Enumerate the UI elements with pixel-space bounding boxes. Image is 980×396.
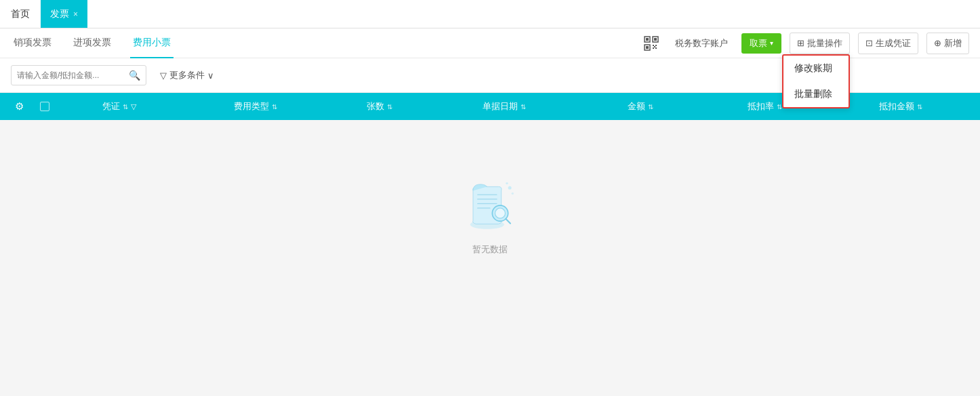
tab-purchase-invoice[interactable]: 进项发票 (70, 28, 114, 58)
th-deduct-rate-label: 抵扣率 (748, 100, 774, 113)
th-check (33, 102, 57, 111)
generate-icon: ⊡ (865, 38, 873, 48)
get-ticket-arrow: ▾ (770, 39, 773, 47)
filter-label: 更多条件 (169, 69, 205, 81)
svg-rect-8 (653, 47, 654, 49)
invoice-tab-label: 发票 (50, 8, 69, 20)
batch-dropdown-menu: 修改账期 批量删除 (782, 54, 850, 108)
th-expense-type[interactable]: 费用类型 ⇅ (182, 100, 329, 113)
top-nav: 首页 发票 × (0, 0, 980, 28)
filter-button[interactable]: ▽ 更多条件 ∨ (155, 66, 220, 84)
svg-rect-10 (654, 46, 655, 47)
sub-nav: 销项发票 进项发票 费用小票 税务数字账户 取票 ▾ (0, 28, 980, 58)
th-count-label: 张数 (367, 100, 384, 113)
empty-illustration (456, 174, 524, 235)
svg-rect-9 (655, 47, 657, 49)
dropdown-item-change-period[interactable]: 修改账期 (783, 56, 849, 81)
batch-ops-wrap: ⊞ 批量操作 修改账期 批量删除 (790, 33, 850, 54)
generate-voucher-label: 生成凭证 (876, 37, 911, 50)
tax-account-button[interactable]: 税务数字账户 (670, 37, 733, 50)
svg-point-21 (506, 182, 508, 184)
generate-voucher-button[interactable]: ⊡ 生成凭证 (858, 33, 918, 54)
svg-rect-1 (646, 38, 649, 41)
th-voucher-sort[interactable]: ⇅ (123, 103, 128, 111)
voucher-filter-icon[interactable]: ▽ (131, 102, 136, 111)
svg-point-20 (512, 193, 514, 195)
svg-rect-5 (646, 46, 649, 49)
add-label: 新增 (944, 37, 962, 50)
th-settings: ⚙ (5, 100, 33, 113)
select-all-checkbox[interactable] (40, 102, 49, 111)
svg-rect-3 (654, 38, 657, 41)
th-expense-type-sort[interactable]: ⇅ (272, 103, 277, 111)
svg-point-17 (495, 208, 506, 218)
settings-gear-icon[interactable]: ⚙ (15, 100, 24, 113)
empty-state: 暂无数据 (0, 120, 980, 296)
get-ticket-button[interactable]: 取票 ▾ (741, 33, 781, 54)
add-icon: ⊕ (934, 38, 941, 48)
search-icon[interactable]: 🔍 (129, 70, 140, 81)
invoice-tab-close[interactable]: × (73, 9, 78, 19)
search-input[interactable] (17, 71, 129, 80)
tab-sales-invoice[interactable]: 销项发票 (11, 28, 54, 58)
search-wrap[interactable]: 🔍 (11, 65, 146, 85)
svg-line-18 (506, 219, 510, 224)
sub-nav-left: 销项发票 进项发票 费用小票 (11, 28, 173, 58)
sub-nav-right: 税务数字账户 取票 ▾ ⊞ 批量操作 修改账期 批量删除 ⊡ 生成凭证 ⊕ 新增 (641, 33, 969, 54)
get-ticket-label: 取票 (750, 37, 767, 50)
th-amount[interactable]: 金额 ⇅ (578, 100, 703, 113)
th-amount-sort[interactable]: ⇅ (648, 103, 653, 111)
th-date-sort[interactable]: ⇅ (520, 103, 526, 111)
batch-ops-label: 批量操作 (807, 37, 842, 50)
invoice-tab[interactable]: 发票 × (41, 0, 87, 28)
home-tab[interactable]: 首页 (0, 0, 41, 28)
th-voucher-label: 凭证 (102, 100, 120, 113)
dropdown-item-batch-delete[interactable]: 批量删除 (783, 81, 849, 107)
svg-rect-7 (655, 45, 657, 46)
batch-icon: ⊞ (797, 38, 804, 48)
th-date[interactable]: 单据日期 ⇅ (431, 100, 578, 113)
qr-icon (644, 36, 659, 51)
batch-ops-button[interactable]: ⊞ 批量操作 (790, 33, 850, 54)
filter-icon: ▽ (160, 71, 167, 81)
th-expense-type-label: 费用类型 (234, 100, 269, 113)
filter-arrow: ∨ (207, 71, 214, 81)
tab-expense-receipt[interactable]: 费用小票 (130, 28, 173, 58)
svg-rect-6 (653, 45, 654, 46)
th-count-sort[interactable]: ⇅ (387, 103, 392, 111)
svg-point-19 (508, 186, 512, 190)
th-deduct-amount-sort[interactable]: ⇅ (917, 103, 922, 111)
th-deduct-rate-sort[interactable]: ⇅ (777, 103, 782, 111)
th-count[interactable]: 张数 ⇅ (329, 100, 430, 113)
th-date-label: 单据日期 (483, 100, 518, 113)
th-voucher[interactable]: 凭证 ⇅ ▽ (57, 100, 182, 113)
qr-button[interactable] (641, 33, 661, 54)
empty-text: 暂无数据 (472, 243, 508, 256)
th-deduct-amount-label: 抵扣金额 (879, 100, 914, 113)
add-button[interactable]: ⊕ 新增 (926, 33, 969, 54)
th-amount-label: 金额 (628, 100, 645, 113)
